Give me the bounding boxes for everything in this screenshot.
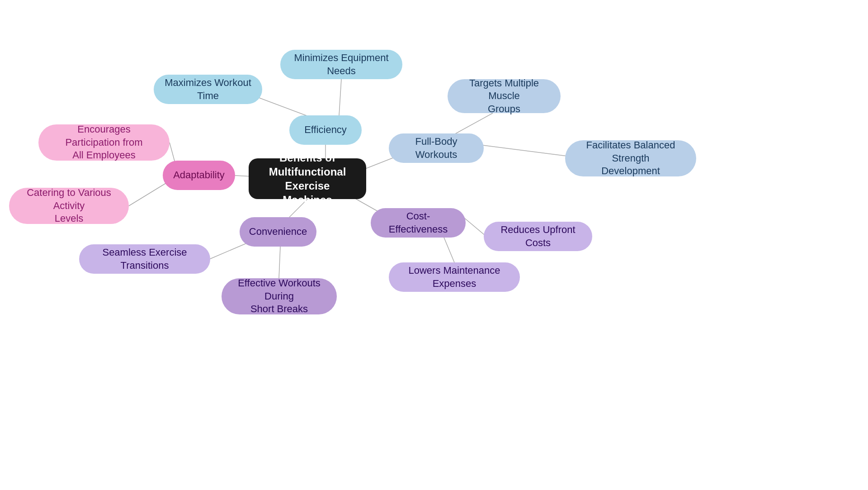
minimizes-equipment-needs-node: Minimizes Equipment Needs xyxy=(280,50,402,79)
adaptability-node: Adaptability xyxy=(163,161,235,190)
svg-line-5 xyxy=(129,181,170,206)
lowers-maintenance-node: Lowers Maintenance Expenses xyxy=(389,262,520,292)
convenience-node: Convenience xyxy=(240,217,316,247)
effective-workouts-node: Effective Workouts During Short Breaks xyxy=(222,278,337,314)
maximizes-workout-time-node: Maximizes Workout Time xyxy=(154,75,262,104)
center-node: Benefits of Multifunctional Exercise Mac… xyxy=(249,158,366,199)
full-body-workouts-node: Full-Body Workouts xyxy=(389,133,484,163)
svg-line-8 xyxy=(479,145,567,156)
encourages-participation-node: Encourages Participation from All Employ… xyxy=(38,124,170,161)
svg-line-2 xyxy=(339,79,341,115)
svg-line-11 xyxy=(443,235,454,262)
facilitates-balanced-node: Facilitates Balanced Strength Developmen… xyxy=(565,140,696,176)
svg-line-14 xyxy=(279,247,280,278)
catering-activity-levels-node: Catering to Various Activity Levels xyxy=(9,188,129,224)
cost-effectiveness-node: Cost-Effectiveness xyxy=(371,208,466,238)
seamless-transitions-node: Seamless Exercise Transitions xyxy=(79,244,210,274)
efficiency-node: Efficiency xyxy=(289,115,362,145)
svg-line-10 xyxy=(463,217,486,236)
reduces-upfront-costs-node: Reduces Upfront Costs xyxy=(484,222,592,251)
targets-multiple-muscle-node: Targets Multiple Muscle Groups xyxy=(448,79,561,113)
